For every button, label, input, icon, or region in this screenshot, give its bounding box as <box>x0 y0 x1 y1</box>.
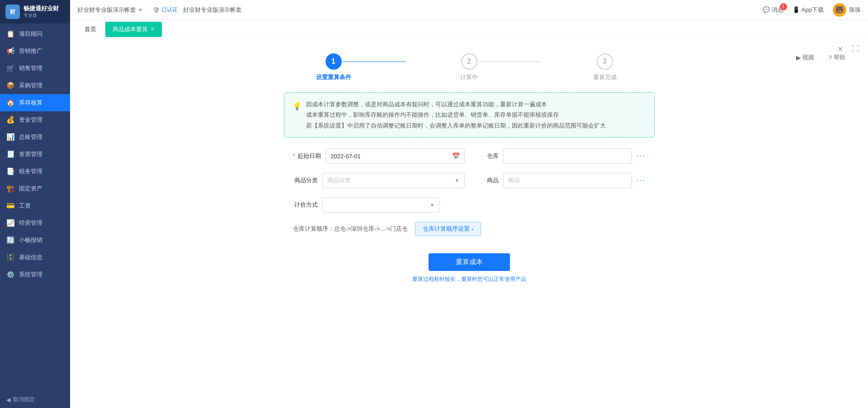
sidebar-item-label: 库存核算 <box>19 99 42 107</box>
step-2-circle: 2 <box>461 53 477 70</box>
video-link[interactable]: ▶ 视频 <box>796 53 814 62</box>
warehouse-order-btn-label: 仓库计算顺序设置 <box>423 225 470 233</box>
divider: | <box>821 54 822 61</box>
sidebar-nav: 📋 项目顾问 📢 营销推广 🛒 销售管理 📦 采购管理 🏠 库存核算 💰 资金管… <box>0 24 70 391</box>
sales-icon: 🛒 <box>6 64 14 72</box>
step-3-label: 重算完成 <box>593 73 617 81</box>
accounting-icon: 📊 <box>6 133 14 141</box>
unpin-label: 取消固定 <box>13 396 35 403</box>
step-1-circle: 1 <box>326 53 342 70</box>
form-row-1: * 起始日期 2022-07-01 📅 仓库 ··· <box>293 148 646 164</box>
warehouse-order-label: 仓库计算顺序：总仓->深圳仓库->...->门店仓 <box>293 225 408 233</box>
purchase-icon: 📦 <box>6 81 14 90</box>
sidebar-item-label: 总账管理 <box>19 133 42 141</box>
user-avatar-button[interactable]: 🐻 珠珠 <box>833 3 861 17</box>
start-date-group: * 起始日期 2022-07-01 📅 <box>293 148 465 164</box>
step-3-number: 3 <box>603 57 607 66</box>
sidebar-item-expense[interactable]: 🔄 小畅报销 <box>0 232 70 249</box>
sidebar-item-label: 工资 <box>19 202 31 210</box>
help-links: ▶ 视频 | ? 帮助 <box>796 53 845 62</box>
help-link[interactable]: ? 帮助 <box>829 53 845 62</box>
category-label: 商品分类 <box>293 176 318 185</box>
step-2-label: 计算中 <box>460 73 478 81</box>
warehouse-order-row: 仓库计算顺序：总仓->深圳仓库->...->门店仓 仓库计算顺序设置 › <box>293 222 646 236</box>
pricing-label: 计价方式 <box>293 201 318 209</box>
sidebar-item-label: 采购管理 <box>19 81 42 90</box>
product-more-button[interactable]: ··· <box>637 176 645 185</box>
sidebar-item-payroll[interactable]: 💳 工资 <box>0 197 70 214</box>
account-selector[interactable]: 好业财专业版演示帐套 ▼ <box>77 6 143 14</box>
topbar-account: 好业财专业版演示帐套 ▼ 🛡️ 已认证 好业财专业版演示帐套 <box>77 6 758 14</box>
info-line-3: 若【系统设置】中启用了自动调整记账日期时，会调整入库单的整单记账日期，因此重新计… <box>306 120 606 131</box>
sidebar-item-label: 发票管理 <box>19 150 42 158</box>
sidebar-item-assets[interactable]: 🏗️ 固定资产 <box>0 180 70 197</box>
sidebar-item-label: 基础信息 <box>19 253 42 261</box>
assets-icon: 🏗️ <box>6 185 14 193</box>
start-date-input[interactable]: 2022-07-01 📅 <box>326 148 464 164</box>
sidebar-item-marketing[interactable]: 📢 营销推广 <box>0 43 70 60</box>
expand-icon: ⛶ <box>852 45 859 53</box>
recalc-button[interactable]: 重算成本 <box>429 253 510 271</box>
message-button[interactable]: 💬 消息 1 <box>763 6 783 14</box>
step-1: 1 设置重算条件 <box>293 53 374 81</box>
avatar: 🐻 <box>833 3 846 17</box>
app-download-button[interactable]: 📱 App下载 <box>793 6 824 14</box>
topbar: 好业财专业版演示帐套 ▼ 🛡️ 已认证 好业财专业版演示帐套 💬 消息 1 📱 … <box>70 0 868 20</box>
question-icon: ? <box>829 54 832 61</box>
tab-recalc[interactable]: 商品成本重算 ✕ <box>105 22 162 37</box>
sidebar-item-purchase[interactable]: 📦 采购管理 <box>0 77 70 94</box>
warehouse-group: 仓库 ··· <box>474 148 646 164</box>
message-badge: 1 <box>780 3 787 10</box>
phone-icon: 📱 <box>793 6 800 13</box>
sidebar-item-tax[interactable]: 📑 税务管理 <box>0 163 70 180</box>
sidebar-item-finance[interactable]: 💰 资金管理 <box>0 111 70 128</box>
step-1-number: 1 <box>331 57 335 66</box>
tab-home[interactable]: 首页 <box>77 22 104 37</box>
sidebar-item-basic[interactable]: 🗄️ 基础信息 <box>0 249 70 266</box>
warehouse-more-button[interactable]: ··· <box>637 152 645 160</box>
tabs-bar: 首页 商品成本重算 ✕ <box>70 20 868 39</box>
calendar-icon[interactable]: 📅 <box>452 152 460 160</box>
business-icon: 📈 <box>6 219 14 227</box>
step-3-circle: 3 <box>597 53 613 70</box>
system-icon: ⚙️ <box>6 270 14 279</box>
product-input[interactable]: 商品 <box>503 173 632 188</box>
warehouse-order-btn[interactable]: 仓库计算顺序设置 › <box>415 222 481 236</box>
invoice-icon: 🧾 <box>6 150 14 158</box>
sidebar-item-label: 销售管理 <box>19 64 42 72</box>
unpin-icon: ◀ <box>6 397 10 403</box>
window-controls: ✕ ⛶ <box>835 43 861 54</box>
warehouse-input[interactable] <box>503 148 632 164</box>
sidebar-item-business[interactable]: 📈 经营管理 <box>0 214 70 232</box>
verified-label: 已认证 <box>161 6 178 14</box>
tab-recalc-label: 商品成本重算 <box>113 25 148 33</box>
expense-icon: 🔄 <box>6 236 14 244</box>
content-area: ✕ ⛶ ▶ 视频 | ? 帮助 1 设置重算条件 <box>70 39 868 408</box>
sidebar-item-project[interactable]: 📋 项目顾问 <box>0 25 70 43</box>
recalc-area: 重算成本 重算过程耗时较长，重算时您可以正常使用产品 <box>70 249 868 290</box>
project-icon: 📋 <box>6 30 14 38</box>
close-button[interactable]: ✕ <box>835 43 845 54</box>
expand-button[interactable]: ⛶ <box>850 43 861 54</box>
category-select[interactable]: 商品分类 ▼ <box>322 173 465 188</box>
sidebar-item-inventory[interactable]: 🏠 库存核算 <box>0 94 70 111</box>
sidebar-item-sales[interactable]: 🛒 销售管理 <box>0 60 70 77</box>
shield-icon: 🛡️ <box>153 7 160 13</box>
pricing-chevron-icon: ▼ <box>430 202 435 208</box>
category-group: 商品分类 商品分类 ▼ <box>293 173 465 188</box>
info-line-2: 成本重算过程中，影响库存账的操作均不能操作，比如进货单、销货单、库存单据不能审核… <box>306 109 606 120</box>
sidebar-item-invoice[interactable]: 🧾 发票管理 <box>0 146 70 163</box>
tab-close-icon[interactable]: ✕ <box>151 26 155 32</box>
sidebar-unpin-button[interactable]: ◀ 取消固定 <box>0 391 70 408</box>
app-name: 畅捷通好业财 <box>24 5 59 12</box>
user-name: 珠珠 <box>849 6 861 14</box>
step-2: 2 计算中 <box>429 53 510 81</box>
app-download-label: App下载 <box>802 6 824 14</box>
pricing-select[interactable]: ▼ <box>322 197 440 213</box>
sidebar-item-system[interactable]: ⚙️ 系统管理 <box>0 266 70 283</box>
help-label: 帮助 <box>834 53 845 62</box>
product-label: 商品 <box>474 176 499 185</box>
start-date-label: * 起始日期 <box>293 152 321 160</box>
sidebar-item-label: 系统管理 <box>19 270 42 279</box>
sidebar-item-accounting[interactable]: 📊 总账管理 <box>0 128 70 146</box>
